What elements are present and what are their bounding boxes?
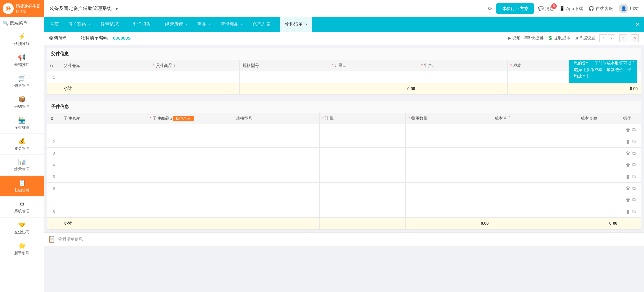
parent-produce-input-1[interactable] [418,71,507,83]
child-unit-cost-input-3[interactable] [492,148,578,159]
breadcrumb-home[interactable]: 物料清单 [49,35,67,41]
sidebar-item-finance[interactable]: 💰 资金管理 [0,134,44,155]
sidebar-item-basic-info[interactable]: 📋 基础信息 [0,176,44,197]
child-goods-input-2[interactable] [147,136,233,147]
online-service-button[interactable]: 🎧 在线客服 [589,5,613,12]
copy-icon-3[interactable]: ⧉ [632,150,636,156]
child-unit-cost-input-1[interactable] [492,124,578,136]
view-toggle-button[interactable]: ≡ [619,34,627,42]
child-quantity-input-3[interactable] [406,148,492,159]
sidebar-item-system[interactable]: ⚙ 系统管理 [0,197,44,218]
tab-close-goods[interactable]: ✕ [208,23,211,26]
sidebar-item-inventory[interactable]: 🏪 库存核算 [0,113,44,134]
tab-close-profit[interactable]: ✕ [153,23,156,26]
child-unit-input-2[interactable] [320,136,406,147]
gear-icon[interactable]: ⚙ [487,5,492,12]
parent-goods-input-1[interactable] [150,71,239,83]
sidebar-item-enterprise[interactable]: 🤝 企业协同 [0,218,44,238]
tab-history[interactable]: 经营历程 ✕ [160,17,193,32]
nav-prev-button[interactable]: ‹ [599,34,607,42]
delete-icon-1[interactable]: 🗑 [626,127,630,133]
child-goods-input-4[interactable] [147,159,233,171]
sidebar-item-guide[interactable]: 🌟 新手引导 [0,238,44,259]
parent-spec-input-1[interactable] [240,71,329,83]
child-spec-input-2[interactable] [233,136,319,147]
child-spec-input-4[interactable] [233,159,319,171]
sidebar-item-sales[interactable]: 🛒 销售管理 [0,71,44,92]
copy-icon-5[interactable]: ⧉ [632,174,636,179]
tab-close-barcode[interactable]: ✕ [273,23,275,26]
child-unit-input-1[interactable] [320,124,406,136]
child-warehouse-input-6[interactable] [61,183,147,194]
child-quantity-input-8[interactable] [406,206,492,217]
copy-icon-1[interactable]: ⧉ [632,127,636,133]
child-unit-input-7[interactable] [320,194,406,206]
parent-warehouse-input-1[interactable] [61,71,150,83]
sidebar-item-quick-nav[interactable]: ⚡ 快捷导航 [0,29,44,50]
tab-home[interactable]: 首页 [45,17,64,32]
child-unit-cost-input-2[interactable] [492,136,578,147]
child-quantity-input-2[interactable] [406,136,492,147]
child-spec-input-5[interactable] [233,171,319,182]
tab-close-customers[interactable]: ✕ [88,23,91,26]
child-unit-input-6[interactable] [320,183,406,194]
delete-icon-6[interactable]: 🗑 [626,186,630,191]
child-warehouse-input-7[interactable] [61,194,147,206]
topbar-dropdown[interactable]: ▼ [114,6,119,11]
tab-customers[interactable]: 客户联络 ✕ [64,17,96,32]
delete-icon-4[interactable]: 🗑 [626,162,630,168]
child-quantity-input-6[interactable] [406,183,492,194]
parent-unit-input-1[interactable] [329,71,418,83]
tab-close-new-goods[interactable]: ✕ [240,23,243,26]
tab-goods[interactable]: 商品 ✕ [193,17,216,32]
tab-new-goods[interactable]: 新增商品 ✕ [216,17,248,32]
child-quantity-input-4[interactable] [406,159,492,171]
child-spec-input-7[interactable] [233,194,319,206]
delete-icon-5[interactable]: 🗑 [626,174,630,179]
child-unit-input-8[interactable] [320,206,406,217]
child-goods-input-3[interactable] [147,148,233,159]
nav-next-button[interactable]: › [608,34,615,42]
child-spec-input-8[interactable] [233,206,319,217]
get-cost-button[interactable]: 💲 提取成本 [548,35,570,41]
child-unit-cost-input-7[interactable] [492,194,578,206]
child-unit-cost-input-6[interactable] [492,183,578,194]
view-video-button[interactable]: ▶ 视频 [508,35,520,41]
copy-icon-2[interactable]: ⧉ [632,139,636,144]
delete-icon-7[interactable]: 🗑 [626,197,630,203]
child-goods-input-6[interactable] [147,183,233,194]
message-button[interactable]: 💬 消息 6 [538,5,554,12]
sidebar-item-purchase[interactable]: 📦 采购管理 [0,92,44,113]
parent-col-settings[interactable]: ⚙ [47,60,61,71]
tooltip-close-btn[interactable]: × [632,60,635,65]
child-spec-input-1[interactable] [233,124,319,136]
child-spec-input-3[interactable] [233,148,319,159]
child-unit-input-5[interactable] [320,171,406,182]
copy-icon-8[interactable]: ⧉ [632,209,636,214]
user-avatar[interactable]: 👤 用友 [619,4,639,13]
child-col-settings[interactable]: ⚙ [47,113,61,124]
tabbar-close[interactable]: ✕ [633,21,643,28]
sidebar-item-operations[interactable]: 📊 经营管理 [0,155,44,176]
tab-operations[interactable]: 经营情况 ✕ [96,17,128,32]
copy-icon-7[interactable]: ⧉ [632,197,636,203]
child-goods-input-7[interactable] [147,194,233,206]
tab-close-operations[interactable]: ✕ [121,23,123,26]
scan-input-button[interactable]: 扫码录入 [173,116,194,121]
delete-icon-3[interactable]: 🗑 [626,151,630,156]
child-warehouse-input-1[interactable] [61,124,147,136]
child-quantity-input-5[interactable] [406,171,492,182]
child-quantity-input-1[interactable] [406,124,492,136]
child-warehouse-input-8[interactable] [61,206,147,217]
tab-barcode[interactable]: 条码方案 ✕ [248,17,280,32]
shortcut-button[interactable]: ⌨ 快捷键 [524,35,544,41]
search-menu[interactable]: 🔍 搜索菜单 [0,17,44,29]
child-unit-cost-input-5[interactable] [492,171,578,182]
sidebar-item-marketing[interactable]: 📢 营销推广 [0,50,44,71]
child-unit-input-4[interactable] [320,159,406,171]
child-unit-cost-input-8[interactable] [492,206,578,217]
tab-profit[interactable]: 利润报告 ✕ [128,17,160,32]
child-warehouse-input-3[interactable] [61,148,147,159]
child-goods-input-1[interactable] [147,124,233,136]
view-close-button[interactable]: ✕ [631,34,639,42]
